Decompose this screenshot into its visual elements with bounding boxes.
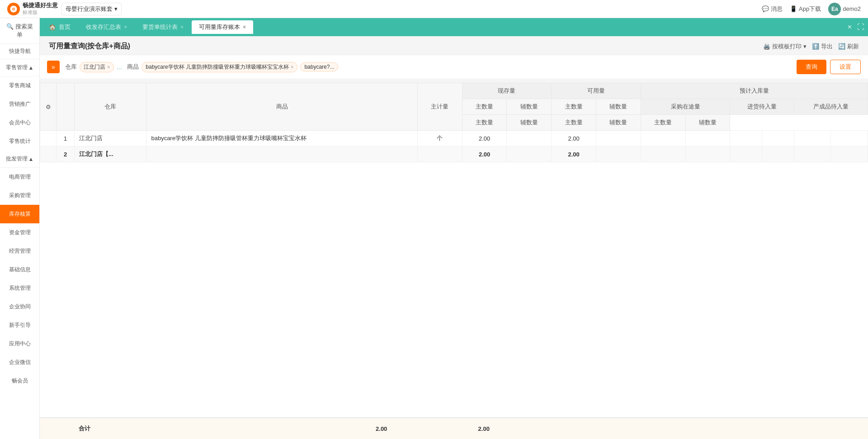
td-production-pending-main <box>794 131 830 146</box>
avatar: Ea <box>828 3 841 15</box>
sidebar-quick-nav[interactable]: 快捷导航 <box>0 44 39 59</box>
sidebar-item-operation[interactable]: 经营管理 <box>0 242 39 260</box>
warehouse-tag-close[interactable]: × <box>107 64 110 70</box>
search-icon: 🔍 <box>6 23 14 30</box>
industry-selector[interactable]: 母婴行业演示账套 ▾ <box>61 3 122 15</box>
print-chevron-icon: ▾ <box>803 43 807 50</box>
tab-close-all-btn[interactable]: × <box>846 21 854 33</box>
group-td-ip-aux <box>762 146 794 162</box>
sidebar-item-app-center[interactable]: 应用中心 <box>0 335 39 353</box>
chevron-icon: ▲ <box>28 65 34 71</box>
td-purchase-transit-main <box>641 131 685 146</box>
td-inbound-pending-main <box>730 131 762 146</box>
warehouse-label: 仓库 <box>65 63 77 71</box>
sidebar-search[interactable]: 🔍 搜索菜单 <box>0 18 39 44</box>
sidebar-basic-info-label: 基础信息 <box>9 266 31 274</box>
group-td-pp-main <box>794 146 830 162</box>
tab-receipt-summary[interactable]: 收发存汇总表 × <box>79 20 134 34</box>
group-row: 2 江北门店【... 2.00 2.00 <box>40 146 868 162</box>
top-bar-left: 畅捷通好生意 标准版 母婴行业演示账套 ▾ <box>7 2 122 16</box>
warehouse-filter-group: 仓库 江北门店 × ... <box>65 62 122 72</box>
sidebar-item-marketing[interactable]: 营销推广 <box>0 95 39 113</box>
logo-text-area: 畅捷通好生意 标准版 <box>23 2 58 16</box>
warehouse-tag: 江北门店 × <box>80 62 114 72</box>
warehouse-more[interactable]: ... <box>117 64 122 71</box>
th-production-pending-aux: 辅数量 <box>685 115 730 131</box>
group-td-pp-aux <box>831 146 868 162</box>
sidebar-item-wholesale-mgmt[interactable]: 批发管理 ▲ <box>0 151 39 168</box>
th-available: 可用量 <box>552 83 641 99</box>
sidebar-vip-label: 畅会员 <box>12 377 28 385</box>
sidebar-item-basic-info[interactable]: 基础信息 <box>0 260 39 279</box>
sidebar-operation-label: 经营管理 <box>9 247 31 255</box>
td-settings <box>40 131 57 146</box>
th-current-main-qty: 主数量 <box>462 99 507 115</box>
chevron-icon2: ▲ <box>28 156 34 162</box>
sidebar-item-corp-wechat[interactable]: 企业微信 <box>0 353 39 372</box>
logo-area: 畅捷通好生意 标准版 <box>7 2 58 16</box>
sidebar-item-retail-stats[interactable]: 零售统计 <box>0 132 39 151</box>
refresh-icon: 🔄 <box>838 43 845 50</box>
tab-order-stats[interactable]: 要货单统计表 × <box>135 20 191 34</box>
sidebar-item-member-center[interactable]: 会员中心 <box>0 113 39 132</box>
tab-order-stats-close[interactable]: × <box>180 24 184 30</box>
product-label: 商品 <box>127 63 139 71</box>
th-purchase-transit-aux: 辅数量 <box>507 115 552 131</box>
tab-receipt-summary-close[interactable]: × <box>124 24 127 30</box>
group-td-warehouse: 江北门店【... <box>75 146 146 162</box>
sidebar-system-label: 系统管理 <box>9 284 31 292</box>
query-button[interactable]: 查询 <box>797 60 826 74</box>
page-content: 可用量查询(按仓库+商品) 🖨️ 按模板打印 ▾ ⬆️ 导出 🔄 刷新 <box>40 36 868 439</box>
tab-home[interactable]: 🏠 首页 <box>42 20 78 34</box>
td-avail-main-qty: 2.00 <box>552 131 596 146</box>
tab-available-ledger-close[interactable]: × <box>243 24 246 30</box>
th-avail-aux-qty: 辅数量 <box>596 99 641 115</box>
table-wrapper[interactable]: ⚙ 仓库 商品 主计量 现存量 可用量 预计入库量 主数量 辅数量 <box>40 83 868 417</box>
sidebar-new-guide-label: 新手引导 <box>9 321 31 329</box>
sidebar-corp-wechat-label: 企业微信 <box>9 359 31 366</box>
sidebar-item-inventory[interactable]: 库存核算 <box>0 205 39 223</box>
product-tag-1-close[interactable]: × <box>291 64 293 70</box>
sidebar-item-corp-collab[interactable]: 企业协同 <box>0 297 39 316</box>
group-td-unit <box>417 146 462 162</box>
message-label: 消息 <box>771 5 783 13</box>
message-btn[interactable]: 💬 消息 <box>762 5 783 13</box>
table-footer: 合计 2.00 2.00 <box>40 417 868 439</box>
sidebar: 🔍 搜索菜单 快捷导航 零售管理 ▲ 零售商城 营销推广 会员中心 零售统计 批… <box>0 18 40 439</box>
filter-actions: 查询 设置 <box>797 60 861 74</box>
home-icon: 🏠 <box>49 24 56 31</box>
sidebar-item-system[interactable]: 系统管理 <box>0 279 39 297</box>
sidebar-retail-mgmt-label: 零售管理 <box>6 64 28 71</box>
user-area[interactable]: Ea demo2 <box>828 3 861 15</box>
sidebar-ecommerce-label: 电商管理 <box>9 173 31 181</box>
sidebar-corp-collab-label: 企业协同 <box>9 303 31 311</box>
td-production-pending-aux <box>831 131 868 146</box>
sidebar-item-purchase[interactable]: 采购管理 <box>0 186 39 205</box>
td-current-aux-qty <box>507 131 552 146</box>
export-btn[interactable]: ⬆️ 导出 <box>812 42 833 51</box>
sidebar-finance-label: 资金管理 <box>9 229 31 236</box>
sidebar-item-finance[interactable]: 资金管理 <box>0 223 39 242</box>
td-main-unit: 个 <box>417 131 462 146</box>
print-btn[interactable]: 🖨️ 按模板打印 ▾ <box>763 42 807 51</box>
filter-expand-btn[interactable]: » <box>47 61 60 73</box>
sidebar-item-ecommerce[interactable]: 电商管理 <box>0 168 39 186</box>
group-td-pt-main <box>641 146 685 162</box>
tab-available-ledger[interactable]: 可用量库存账本 × <box>192 20 253 34</box>
sidebar-item-vip[interactable]: 畅会员 <box>0 372 39 390</box>
sidebar-item-retail-mgmt[interactable]: 零售管理 ▲ <box>0 59 39 76</box>
app-download-btn[interactable]: 📱 App下载 <box>790 5 821 13</box>
th-settings[interactable]: ⚙ <box>40 83 57 131</box>
logo-icon <box>7 3 20 15</box>
sidebar-inventory-label: 库存核算 <box>9 210 31 218</box>
tab-fullscreen-btn[interactable]: ⛶ <box>855 21 866 33</box>
refresh-btn[interactable]: 🔄 刷新 <box>838 42 859 51</box>
sidebar-item-new-guide[interactable]: 新手引导 <box>0 316 39 335</box>
td-current-main-qty: 2.00 <box>462 131 507 146</box>
refresh-label: 刷新 <box>847 42 859 51</box>
sidebar-item-retail-mall[interactable]: 零售商城 <box>0 76 39 95</box>
footer-table: 合计 2.00 2.00 <box>40 422 868 435</box>
setting-button[interactable]: 设置 <box>830 60 861 74</box>
td-num: 1 <box>57 131 75 146</box>
main-layout: 🔍 搜索菜单 快捷导航 零售管理 ▲ 零售商城 营销推广 会员中心 零售统计 批… <box>0 18 868 439</box>
